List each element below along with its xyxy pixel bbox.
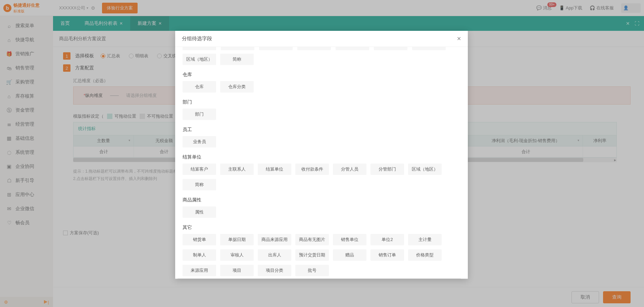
modal-header: 分组待选字段 ✕ bbox=[175, 31, 468, 47]
scroll-right-icon[interactable]: ► bbox=[464, 278, 467, 279]
field-row: 区域（地区）简称 bbox=[183, 54, 460, 65]
field-option[interactable]: 项目分类 bbox=[258, 265, 291, 276]
field-option[interactable]: 主计量 bbox=[408, 234, 442, 245]
field-option[interactable]: 制单人 bbox=[183, 249, 216, 261]
field-row: 仓库仓库分类 bbox=[183, 81, 460, 93]
field-option[interactable]: 分管人员 bbox=[333, 164, 366, 175]
field-option[interactable]: 区域（地区） bbox=[408, 164, 442, 175]
field-option[interactable]: 简称 bbox=[183, 179, 216, 190]
field-row: 部门 bbox=[183, 109, 460, 120]
modal-horizontal-scrollbar[interactable]: ◄ ► bbox=[175, 278, 468, 279]
field-option[interactable]: 审核人 bbox=[220, 249, 254, 261]
modal-title: 分组待选字段 bbox=[182, 36, 212, 42]
field-option[interactable]: 仓库分类 bbox=[220, 81, 254, 93]
field-option[interactable]: 户分类 bbox=[221, 47, 254, 50]
field-option[interactable]: 项目 bbox=[220, 265, 254, 276]
field-row: 销货单单据日期商品来源应用商品有无图片销售单位单位2主计量制单人审核人出库人预计… bbox=[183, 234, 460, 276]
field-option[interactable]: 预计交货日期 bbox=[295, 249, 329, 261]
field-option[interactable]: 销货单 bbox=[183, 234, 216, 245]
field-option[interactable]: 户 bbox=[183, 47, 216, 50]
field-option[interactable]: 仓库 bbox=[183, 81, 216, 93]
field-option[interactable]: 商品有无图片 bbox=[295, 234, 329, 245]
field-option[interactable]: 属性 bbox=[183, 206, 216, 218]
field-picker-modal: 分组待选字段 ✕ 户户分类分管部门分管人员主联系人主联系人往来单位 区域（地区）… bbox=[175, 31, 468, 279]
field-option[interactable]: 结算单位 bbox=[258, 164, 291, 175]
field-option[interactable]: 主联系人 bbox=[374, 47, 407, 50]
modal-body: 户户分类分管部门分管人员主联系人主联系人往来单位 区域（地区）简称 仓库仓库仓库… bbox=[175, 47, 468, 279]
field-row: 属性 bbox=[183, 206, 460, 218]
field-option[interactable]: 收付款条件 bbox=[295, 164, 329, 175]
field-option[interactable]: 商品来源应用 bbox=[258, 234, 291, 245]
field-group-title: 结算单位 bbox=[183, 154, 460, 160]
field-option[interactable]: 简称 bbox=[220, 54, 254, 65]
field-option[interactable]: 部门 bbox=[183, 109, 216, 120]
field-option[interactable]: 单据日期 bbox=[220, 234, 254, 245]
scroll-thumb[interactable] bbox=[177, 279, 461, 279]
field-option[interactable]: 来源应用 bbox=[183, 265, 216, 276]
field-group-title: 其它 bbox=[183, 225, 460, 231]
field-option[interactable]: 区域（地区） bbox=[183, 54, 216, 65]
field-option[interactable]: 分管部门 bbox=[370, 164, 404, 175]
field-option[interactable]: 主联系人 bbox=[220, 164, 254, 175]
field-option[interactable]: 往来单位 bbox=[412, 47, 446, 50]
field-option[interactable]: 分管部门 bbox=[259, 47, 293, 50]
field-group-title: 仓库 bbox=[183, 72, 460, 78]
close-icon[interactable]: ✕ bbox=[457, 36, 461, 42]
field-group-title: 商品属性 bbox=[183, 197, 460, 203]
field-option[interactable]: 销售订单 bbox=[370, 249, 404, 261]
field-option[interactable]: 销售单位 bbox=[333, 234, 366, 245]
field-group-title: 部门 bbox=[183, 99, 460, 105]
field-option[interactable]: 赠品 bbox=[333, 249, 366, 261]
field-option[interactable]: 价格类型 bbox=[408, 249, 442, 261]
field-row: 结算客户主联系人结算单位收付款条件分管人员分管部门区域（地区）简称 bbox=[183, 164, 460, 190]
field-option[interactable]: 批号 bbox=[295, 265, 329, 276]
field-option[interactable]: 结算客户 bbox=[183, 164, 216, 175]
field-option[interactable]: 出库人 bbox=[258, 249, 291, 261]
field-option[interactable]: 分管人员 bbox=[297, 47, 331, 50]
field-row: 业务员 bbox=[183, 136, 460, 147]
field-option[interactable]: 业务员 bbox=[183, 136, 216, 147]
field-option[interactable]: 单位2 bbox=[370, 234, 404, 245]
field-group-title: 员工 bbox=[183, 127, 460, 133]
field-option[interactable]: 主联系人 bbox=[336, 47, 369, 50]
field-row-partial: 户户分类分管部门分管人员主联系人主联系人往来单位 bbox=[183, 47, 460, 50]
